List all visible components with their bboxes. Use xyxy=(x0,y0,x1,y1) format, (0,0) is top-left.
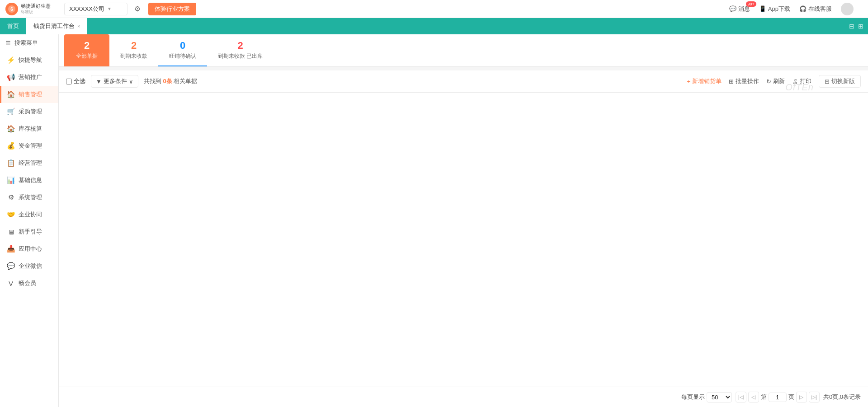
sidebar-label: 基础信息 xyxy=(19,176,42,184)
chevron-down-icon: ▼ xyxy=(107,6,112,11)
sidebar-label: 系统管理 xyxy=(19,193,42,201)
sidebar-item-finance[interactable]: 💰 资金管理 xyxy=(0,137,58,154)
messages-button[interactable]: 💬 消息 99+ xyxy=(729,5,750,13)
per-page-label: 每页显示 xyxy=(681,393,705,401)
batch-label: 批量操作 xyxy=(736,77,759,85)
prev-page-button[interactable]: ◁ xyxy=(748,392,759,402)
filter-button[interactable]: ▼ 更多条件 ∨ xyxy=(91,75,138,88)
filter-icon: ▼ xyxy=(96,78,102,85)
handshake-icon: 🤝 xyxy=(7,211,15,219)
sidebar-item-app-center[interactable]: 📥 应用中心 xyxy=(0,240,58,257)
refresh-icon: ↻ xyxy=(766,78,771,85)
first-page-button[interactable]: |◁ xyxy=(736,392,746,402)
stats-tabs: 2 全部单据 2 到期未收款 0 旺铺待确认 2 到期未收款 已出库 xyxy=(59,34,868,67)
search-menu-label: 搜索菜单 xyxy=(14,39,38,47)
select-all-label: 全选 xyxy=(74,77,85,85)
tab-active[interactable]: 钱货日清工作台 × xyxy=(26,18,87,34)
sidebar-label: 企业微信 xyxy=(19,262,42,270)
svg-text:6: 6 xyxy=(10,7,13,12)
sidebar-item-guide[interactable]: 🖥 新手引导 xyxy=(0,223,58,240)
overdue-unpaid-label: 到期未收款 xyxy=(120,52,147,60)
overdue-shipped-count: 2 xyxy=(218,40,263,51)
page-navigation: |◁ ◁ 第 页 ▷ ▷| xyxy=(736,392,820,402)
sidebar-item-wechat[interactable]: 💬 企业微信 xyxy=(0,257,58,275)
logo-text: 畅捷通好生意 xyxy=(21,3,51,9)
avatar[interactable] xyxy=(841,3,854,15)
batch-icon: ⊞ xyxy=(729,78,734,85)
filter-label: 更多条件 xyxy=(104,77,127,85)
pagination-bar: 每页显示 50 100 200 |◁ ◁ 第 页 ▷ ▷| 共0页,0条记录 xyxy=(59,387,868,407)
stats-tab-overdue-unpaid[interactable]: 2 到期未收款 xyxy=(109,34,158,66)
switch-version-button[interactable]: ⊟ 切换新版 xyxy=(819,75,861,88)
chat-icon: 💬 xyxy=(7,262,15,270)
refresh-button[interactable]: ↻ 刷新 xyxy=(766,77,785,85)
total-records: 共0页,0条记录 xyxy=(823,393,861,401)
sidebar-item-sales[interactable]: 🏠 销售管理 xyxy=(0,86,58,103)
stats-tab-overdue-shipped[interactable]: 2 到期未收款 已出库 xyxy=(207,34,274,66)
experience-button[interactable]: 体验行业方案 xyxy=(148,3,196,15)
found-count: 0条 xyxy=(163,78,172,84)
print-button[interactable]: 🖨 打印 xyxy=(792,77,811,85)
sidebar-label: 快捷导航 xyxy=(19,56,42,64)
app-download-button[interactable]: 📱 App下载 xyxy=(759,5,790,13)
company-selector[interactable]: XXXXXX公司 ▼ xyxy=(64,3,127,15)
sidebar-label: 采购管理 xyxy=(19,108,42,116)
minimize-icon[interactable]: ⊟ xyxy=(849,23,854,30)
sidebar-label: 企业协同 xyxy=(19,211,42,219)
wangdian-count: 0 xyxy=(169,40,196,51)
page-number-input[interactable] xyxy=(769,393,787,402)
sidebar-item-basic[interactable]: 📊 基础信息 xyxy=(0,172,58,189)
select-all-checkbox[interactable]: 全选 xyxy=(66,77,85,85)
sidebar-item-purchase[interactable]: 🛒 采购管理 xyxy=(0,103,58,120)
messages-badge: 99+ xyxy=(746,1,756,7)
found-text: 共找到 0条 相关单据 xyxy=(144,77,197,85)
sidebar-label: 库存核算 xyxy=(19,125,42,133)
message-icon: 💬 xyxy=(729,5,736,12)
house-icon: 🏠 xyxy=(7,125,15,133)
sidebar-label: 销售管理 xyxy=(19,90,42,98)
tab-close-icon[interactable]: × xyxy=(77,23,80,29)
stats-tab-all[interactable]: 2 全部单据 xyxy=(64,34,109,66)
lightning-icon: ⚡ xyxy=(7,56,15,64)
sidebar-item-quick-nav[interactable]: ⚡ 快捷导航 xyxy=(0,51,58,69)
main-layout: ☰ 搜索菜单 ⚡ 快捷导航 📢 营销推广 🏠 销售管理 🛒 采购管理 🏠 库存核… xyxy=(0,34,868,407)
plus-icon: + xyxy=(687,78,690,85)
money-icon: 💰 xyxy=(7,142,15,150)
next-page-button[interactable]: ▷ xyxy=(796,392,807,402)
online-service-label: 在线客服 xyxy=(808,5,832,13)
screen-icon: 🖥 xyxy=(7,228,15,236)
sidebar-item-system[interactable]: ⚙ 系统管理 xyxy=(0,189,58,206)
search-menu-item[interactable]: ☰ 搜索菜单 xyxy=(0,34,58,51)
sidebar-item-member[interactable]: V 畅会员 xyxy=(0,275,58,292)
batch-operation-button[interactable]: ⊞ 批量操作 xyxy=(729,77,759,85)
per-page-select[interactable]: 50 100 200 xyxy=(707,392,732,402)
sidebar-item-marketing[interactable]: 📢 营销推广 xyxy=(0,69,58,86)
last-page-button[interactable]: ▷| xyxy=(809,392,820,402)
sidebar-item-operation[interactable]: 📋 经营管理 xyxy=(0,154,58,172)
tab-bar: 首页 钱货日清工作台 × ⊟ ⊞ xyxy=(0,18,868,34)
maximize-icon[interactable]: ⊞ xyxy=(858,23,863,30)
online-service-button[interactable]: 🎧 在线客服 xyxy=(799,5,832,13)
sidebar-item-inventory[interactable]: 🏠 库存核算 xyxy=(0,120,58,137)
logo-area: 6 畅捷通好生意 标准版 xyxy=(5,3,64,15)
stats-tab-wangdian[interactable]: 0 旺铺待确认 xyxy=(158,34,207,66)
inbox-icon: 📥 xyxy=(7,245,15,253)
header-right: 💬 消息 99+ 📱 App下载 🎧 在线客服 xyxy=(729,3,863,15)
home-icon: 🏠 xyxy=(7,90,15,98)
select-all-input[interactable] xyxy=(66,79,72,84)
page-suffix: 页 xyxy=(788,393,794,401)
sidebar: ☰ 搜索菜单 ⚡ 快捷导航 📢 营销推广 🏠 销售管理 🛒 采购管理 🏠 库存核… xyxy=(0,34,59,407)
table-area xyxy=(59,93,868,387)
refresh-label: 刷新 xyxy=(773,77,785,85)
top-header: 6 畅捷通好生意 标准版 XXXXXX公司 ▼ ⚙ 体验行业方案 💬 消息 99… xyxy=(0,0,868,18)
print-label: 打印 xyxy=(800,77,811,85)
add-sale-order-button[interactable]: + 新增销货单 xyxy=(687,77,722,85)
company-name: XXXXXX公司 xyxy=(69,5,104,13)
sidebar-label: 经营管理 xyxy=(19,159,42,167)
headset-icon: 🎧 xyxy=(799,5,807,12)
sidebar-item-enterprise[interactable]: 🤝 企业协同 xyxy=(0,206,58,223)
home-tab-label: 首页 xyxy=(7,22,19,30)
tab-home[interactable]: 首页 xyxy=(0,18,26,34)
settings-icon[interactable]: ⚙ xyxy=(131,3,144,15)
page-size-selector: 每页显示 50 100 200 xyxy=(681,392,732,402)
